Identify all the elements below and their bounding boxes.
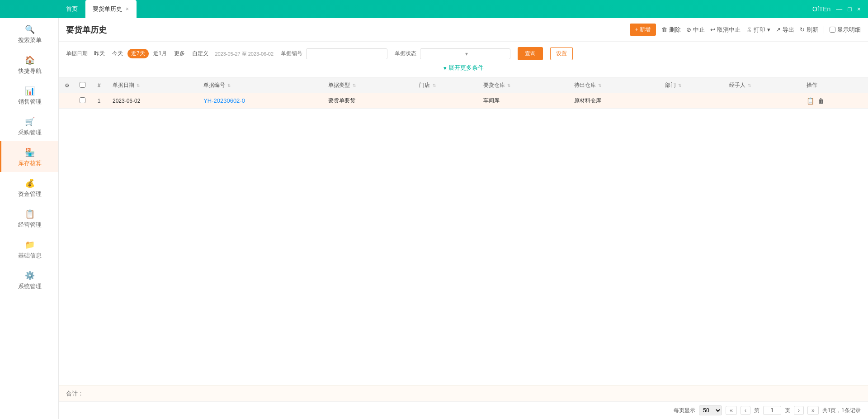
filter-row: 单据日期 昨天 今天 近7天 近1月 更多 自定义 2023-05-27 至 2… <box>66 47 861 60</box>
row-checkbox[interactable] <box>80 97 85 103</box>
docnum-label: 单据编号 <box>281 50 302 57</box>
sidebar-item-search-menu[interactable]: 🔍 搜索菜单 <box>0 18 58 49</box>
docnum-filter-group: 单据编号 <box>281 48 387 59</box>
sidebar: 🔍 搜索菜单 🏠 快捷导航 📊 销售管理 🛒 采购管理 🏪 库存核算 💰 资金管… <box>0 18 59 419</box>
pagination: 每页显示 50 100 200 « ‹ 第 页 › » 共1页，1条记录 <box>59 401 868 419</box>
expand-label: 展开更多条件 <box>448 64 484 72</box>
home-icon: 🏠 <box>25 55 35 65</box>
stop-button[interactable]: ⊘ 中止 <box>686 26 705 34</box>
action-delete-icon[interactable]: 🗑 <box>818 97 824 105</box>
sidebar-item-label: 系统管理 <box>18 282 42 290</box>
toolbar: + 新增 🗑 删除 ⊘ 中止 ↩ 取消中止 🖨 打印 ▾ <box>630 24 861 36</box>
new-button[interactable]: + 新增 <box>630 24 656 36</box>
th-checkbox[interactable] <box>75 78 90 93</box>
sidebar-item-sales[interactable]: 📊 销售管理 <box>0 80 58 110</box>
page-header: 要货单历史 + 新增 🗑 删除 ⊘ 中止 ↩ 取消中止 🖨 打印 <box>59 18 868 42</box>
display-detail[interactable]: 显示明细 <box>830 26 861 34</box>
often-label[interactable]: OfTEn <box>812 5 830 13</box>
sidebar-item-finance[interactable]: 💰 资金管理 <box>0 172 58 203</box>
td-pend-warehouse: 原材料仓库 <box>570 93 660 109</box>
minimize-icon[interactable]: — <box>836 5 842 13</box>
sidebar-item-label: 快捷导航 <box>18 67 42 75</box>
tab-home[interactable]: 首页 <box>59 0 85 18</box>
date-opt-yesterday[interactable]: 昨天 <box>91 49 108 58</box>
date-options: 昨天 今天 近7天 近1月 更多 自定义 <box>91 49 211 58</box>
per-page-select[interactable]: 50 100 200 <box>699 405 722 415</box>
export-button[interactable]: ↗ 导出 <box>776 26 794 34</box>
status-filter-group: 单据状态 ▾ <box>395 48 510 59</box>
action-edit-icon[interactable]: 📋 <box>807 97 814 105</box>
sidebar-item-inventory[interactable]: 🏪 库存核算 <box>0 141 58 172</box>
next-page-button[interactable]: › <box>794 406 804 415</box>
select-all-checkbox[interactable] <box>80 82 85 88</box>
docnum-input[interactable] <box>306 48 387 59</box>
delete-button[interactable]: 🗑 删除 <box>661 26 681 34</box>
th-doctype[interactable]: 单据类型 ⇅ <box>324 78 415 93</box>
th-dept[interactable]: 部门 ⇅ <box>660 78 725 93</box>
sidebar-item-label: 采购管理 <box>18 129 42 137</box>
sidebar-item-system[interactable]: ⚙️ 系统管理 <box>0 264 58 295</box>
td-docnum: YH-20230602-0 <box>199 93 324 109</box>
stop-icon: ⊘ <box>686 26 691 33</box>
maximize-icon[interactable]: □ <box>848 5 851 13</box>
tab-active[interactable]: 要货单历史 × <box>85 0 137 18</box>
settings-button[interactable]: 设置 <box>550 47 573 60</box>
date-opt-today[interactable]: 今天 <box>109 49 126 58</box>
search-menu-icon: 🔍 <box>25 24 35 34</box>
page-total-info: 共1页，1条记录 <box>822 407 861 414</box>
date-opt-more[interactable]: 更多 <box>171 49 188 58</box>
purchase-icon: 🛒 <box>25 117 35 127</box>
date-opt-custom[interactable]: 自定义 <box>189 49 211 58</box>
table-header-row: ⚙ # 单据日期 ⇅ 单据编号 ⇅ 单据类型 ⇅ 门店 ⇅ 要货仓库 ⇅ 待出仓… <box>59 78 868 93</box>
refresh-button[interactable]: ↻ 刷新 <box>800 26 818 34</box>
top-bar-right: OfTEn — □ × <box>812 5 868 13</box>
window-close-icon[interactable]: × <box>857 5 861 13</box>
page-suffix: 页 <box>785 407 790 414</box>
system-icon: ⚙️ <box>25 271 35 281</box>
operations-icon: 📋 <box>25 209 35 219</box>
status-dropdown-icon: ▾ <box>465 51 506 57</box>
table-row: 1 2023-06-02 YH-20230602-0 要货单要货 车间库 原材料… <box>59 93 868 109</box>
print-button[interactable]: 🖨 打印 ▾ <box>746 26 770 34</box>
th-settings[interactable]: ⚙ <box>59 78 75 93</box>
td-checkbox[interactable] <box>75 93 90 109</box>
tab-close-icon[interactable]: × <box>126 6 129 12</box>
th-store[interactable]: 门店 ⇅ <box>415 78 479 93</box>
last-page-button[interactable]: » <box>807 406 819 415</box>
th-req-warehouse[interactable]: 要货仓库 ⇅ <box>479 78 570 93</box>
th-handler[interactable]: 经手人 ⇅ <box>725 78 802 93</box>
date-opt-1month[interactable]: 近1月 <box>151 49 170 58</box>
doc-link[interactable]: YH-20230602-0 <box>203 97 245 104</box>
sidebar-item-purchase[interactable]: 🛒 采购管理 <box>0 110 58 141</box>
tab-active-label: 要货单历史 <box>93 5 122 13</box>
main-layout: 🔍 搜索菜单 🏠 快捷导航 📊 销售管理 🛒 采购管理 🏪 库存核算 💰 资金管… <box>0 18 868 419</box>
th-docnum[interactable]: 单据编号 ⇅ <box>199 78 324 93</box>
th-date[interactable]: 单据日期 ⇅ <box>108 78 199 93</box>
sidebar-item-quick-nav[interactable]: 🏠 快捷导航 <box>0 49 58 80</box>
print-dropdown-icon: ▾ <box>767 26 770 33</box>
td-date: 2023-06-02 <box>108 93 199 109</box>
sidebar-item-label: 库存核算 <box>18 159 42 167</box>
status-select[interactable]: ▾ <box>420 48 510 59</box>
first-page-button[interactable]: « <box>726 406 737 415</box>
cancel-stop-button[interactable]: ↩ 取消中止 <box>710 26 741 34</box>
expand-more[interactable]: ▾ 展开更多条件 <box>66 64 861 72</box>
page-number-input[interactable] <box>763 406 781 415</box>
content-area: 要货单历史 + 新增 🗑 删除 ⊘ 中止 ↩ 取消中止 🖨 打印 <box>59 18 868 419</box>
prev-page-button[interactable]: ‹ <box>741 406 750 415</box>
date-opt-7days[interactable]: 近7天 <box>127 49 149 58</box>
td-handler <box>725 93 802 109</box>
td-num: 1 <box>90 93 108 109</box>
sidebar-item-label: 销售管理 <box>18 98 42 106</box>
sidebar-item-operations[interactable]: 📋 经营管理 <box>0 203 58 233</box>
sidebar-item-label: 资金管理 <box>18 190 42 198</box>
sidebar-item-basic-info[interactable]: 📁 基础信息 <box>0 233 58 264</box>
print-icon: 🖨 <box>746 26 752 33</box>
export-icon: ↗ <box>776 26 781 33</box>
table-wrap: ⚙ # 单据日期 ⇅ 单据编号 ⇅ 单据类型 ⇅ 门店 ⇅ 要货仓库 ⇅ 待出仓… <box>59 78 868 386</box>
th-pend-warehouse[interactable]: 待出仓库 ⇅ <box>570 78 660 93</box>
display-detail-checkbox[interactable] <box>830 27 835 33</box>
th-num: # <box>90 78 108 93</box>
query-button[interactable]: 查询 <box>518 47 543 60</box>
sidebar-item-label: 搜索菜单 <box>18 36 42 44</box>
